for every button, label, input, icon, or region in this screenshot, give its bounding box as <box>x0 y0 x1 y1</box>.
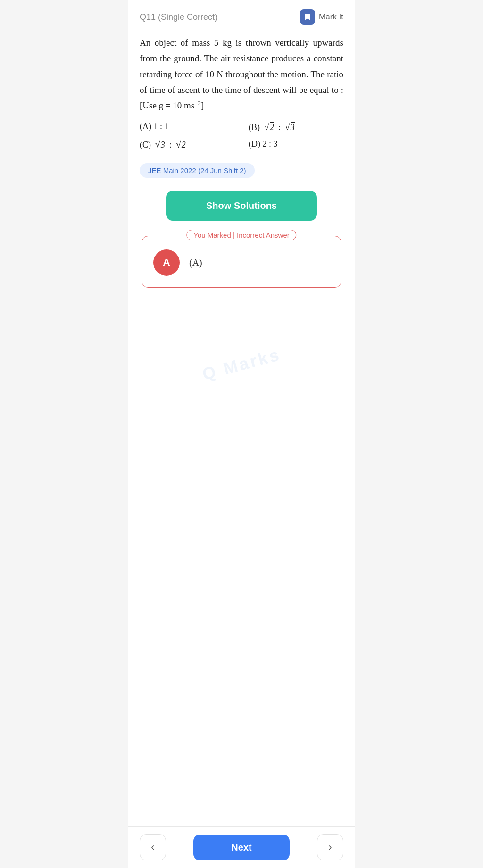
option-b-math1: √2 <box>264 122 274 132</box>
question-area: Q11 (Single Correct) Mark It An object o… <box>128 0 355 826</box>
option-b-math2: √3 <box>285 122 295 132</box>
question-header: Q11 (Single Correct) Mark It <box>140 9 343 25</box>
option-b: (B) √2 : √3 <box>249 122 343 132</box>
marked-content: A (A) <box>153 249 330 276</box>
option-a: (A) 1 : 1 <box>140 122 234 132</box>
bottom-nav: ‹ Next › <box>128 826 355 868</box>
bookmark-svg <box>303 13 312 21</box>
spacer <box>140 301 343 339</box>
question-label: Q11 (Single Correct) <box>140 12 217 22</box>
marked-label: You Marked | Incorrect Answer <box>186 230 296 240</box>
prev-icon: ‹ <box>151 841 154 853</box>
option-c: (C) √3 : √2 <box>140 139 234 150</box>
options-grid: (A) 1 : 1 (B) √2 : √3 (C) √3 <box>140 122 343 150</box>
option-b-label: (B) √2 : √3 <box>249 123 295 132</box>
show-solutions-button[interactable]: Show Solutions <box>166 191 317 221</box>
mark-it-button[interactable]: Mark It <box>300 9 343 25</box>
next-icon: › <box>328 841 332 853</box>
marked-badge: A <box>153 249 180 276</box>
bookmark-icon <box>300 9 315 25</box>
option-d: (D) 2 : 3 <box>249 139 343 150</box>
next-arrow-button[interactable]: › <box>317 834 343 860</box>
prev-button[interactable]: ‹ <box>140 834 166 860</box>
marked-section: You Marked | Incorrect Answer A (A) <box>142 236 341 288</box>
option-c-math2: √2 <box>176 139 186 150</box>
option-c-label: (C) √3 : √2 <box>140 140 186 149</box>
option-d-label: (D) 2 : 3 <box>249 139 278 149</box>
mark-it-label: Mark It <box>319 12 343 22</box>
marked-answer: (A) <box>189 257 202 268</box>
question-text: An object of mass 5 kg is thrown vertica… <box>140 35 343 113</box>
next-button[interactable]: Next <box>193 835 289 860</box>
option-a-label: (A) 1 : 1 <box>140 122 169 131</box>
exam-tag-text: JEE Main 2022 (24 Jun Shift 2) <box>140 163 255 178</box>
exam-tag: JEE Main 2022 (24 Jun Shift 2) <box>140 163 343 191</box>
option-c-math1: √3 <box>155 139 165 150</box>
